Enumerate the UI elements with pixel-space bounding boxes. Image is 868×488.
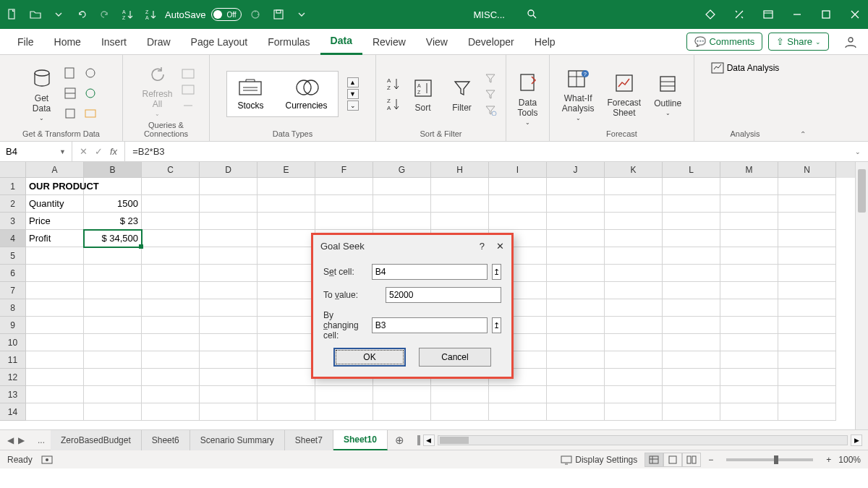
cell[interactable] bbox=[547, 213, 605, 230]
refresh-all-button[interactable]: Refresh All ⌄ bbox=[137, 60, 176, 119]
row-header[interactable]: 7 bbox=[0, 282, 26, 299]
column-header[interactable]: C bbox=[142, 162, 200, 178]
row-header[interactable]: 12 bbox=[0, 369, 26, 386]
cell[interactable] bbox=[200, 403, 258, 421]
cell[interactable] bbox=[547, 334, 605, 351]
cell[interactable] bbox=[258, 351, 315, 369]
new-file-icon[interactable] bbox=[6, 8, 19, 21]
scroll-right-icon[interactable]: ▶ bbox=[851, 435, 862, 446]
cell[interactable] bbox=[720, 230, 778, 247]
autosave-toggle[interactable]: AutoSave Off bbox=[165, 8, 242, 21]
cell[interactable] bbox=[663, 351, 720, 369]
cell[interactable] bbox=[720, 195, 778, 213]
cell[interactable] bbox=[663, 369, 720, 386]
row-header[interactable]: 11 bbox=[0, 351, 26, 369]
data-types-gallery[interactable]: Stocks Currencies bbox=[226, 71, 338, 117]
set-cell-input[interactable] bbox=[372, 264, 488, 280]
cell[interactable] bbox=[663, 247, 720, 265]
cell[interactable] bbox=[142, 213, 200, 230]
cell[interactable] bbox=[720, 369, 778, 386]
cell[interactable] bbox=[720, 282, 778, 299]
cell[interactable] bbox=[489, 386, 547, 403]
tab-draw[interactable]: Draw bbox=[137, 29, 181, 55]
cell[interactable] bbox=[200, 299, 258, 317]
advanced-filter-icon[interactable] bbox=[484, 104, 497, 116]
cell[interactable] bbox=[663, 265, 720, 282]
ribbon-display-icon[interactable] bbox=[761, 7, 775, 22]
sheet-tab[interactable]: Sheet7 bbox=[285, 430, 333, 450]
cell[interactable] bbox=[663, 213, 720, 230]
cell[interactable] bbox=[142, 351, 200, 369]
scroll-up-icon[interactable]: ▲ bbox=[347, 77, 359, 87]
cell[interactable] bbox=[84, 403, 142, 421]
cell[interactable] bbox=[315, 386, 373, 403]
cell[interactable] bbox=[489, 213, 547, 230]
tab-file[interactable]: File bbox=[7, 29, 44, 55]
cell[interactable] bbox=[605, 334, 663, 351]
cell[interactable] bbox=[720, 386, 778, 403]
cell[interactable] bbox=[258, 369, 315, 386]
cell[interactable] bbox=[605, 317, 663, 334]
cell[interactable] bbox=[26, 351, 84, 369]
chevron-down-icon[interactable]: ⌄ bbox=[855, 148, 861, 155]
undo-icon[interactable] bbox=[75, 8, 88, 21]
cell[interactable] bbox=[605, 403, 663, 421]
existing-conn-icon[interactable] bbox=[64, 107, 78, 121]
cell[interactable] bbox=[373, 386, 431, 403]
cell[interactable] bbox=[778, 247, 836, 265]
edit-links-icon[interactable] bbox=[182, 100, 195, 111]
redo-icon[interactable] bbox=[98, 8, 111, 21]
cell[interactable] bbox=[663, 403, 720, 421]
open-file-icon[interactable] bbox=[29, 8, 42, 21]
zoom-slider[interactable] bbox=[726, 458, 813, 461]
cell[interactable]: Quantity bbox=[26, 195, 84, 213]
cell[interactable] bbox=[26, 247, 84, 265]
cell[interactable] bbox=[258, 403, 315, 421]
close-button[interactable] bbox=[848, 7, 862, 22]
cell[interactable] bbox=[547, 386, 605, 403]
cell[interactable] bbox=[720, 299, 778, 317]
sheet-tab[interactable]: Sheet10 bbox=[333, 430, 388, 450]
cell[interactable] bbox=[258, 230, 315, 247]
range-picker-icon[interactable]: ↥ bbox=[492, 317, 501, 333]
forecast-sheet-button[interactable]: Forecast Sheet bbox=[603, 69, 645, 119]
cell[interactable] bbox=[258, 213, 315, 230]
cell[interactable] bbox=[547, 195, 605, 213]
cell[interactable]: Price bbox=[26, 213, 84, 230]
cell[interactable] bbox=[605, 299, 663, 317]
cell[interactable] bbox=[605, 195, 663, 213]
fx-icon[interactable]: fx bbox=[110, 146, 117, 157]
get-data-small-buttons[interactable] bbox=[64, 67, 98, 121]
cell[interactable] bbox=[720, 351, 778, 369]
cell[interactable] bbox=[84, 265, 142, 282]
row-header[interactable]: 8 bbox=[0, 299, 26, 317]
column-header[interactable]: H bbox=[431, 162, 489, 178]
chevron-down-icon[interactable] bbox=[52, 8, 65, 21]
sheet-nav-prev-icon[interactable]: ◀ bbox=[7, 435, 14, 445]
cell[interactable] bbox=[84, 369, 142, 386]
reapply-icon[interactable] bbox=[484, 88, 497, 100]
cell[interactable] bbox=[200, 282, 258, 299]
tab-data[interactable]: Data bbox=[320, 29, 362, 55]
cell[interactable] bbox=[142, 403, 200, 421]
help-button[interactable]: ? bbox=[480, 241, 485, 252]
cell[interactable] bbox=[258, 265, 315, 282]
cell[interactable] bbox=[84, 334, 142, 351]
cell[interactable] bbox=[663, 386, 720, 403]
diamond-icon[interactable] bbox=[703, 7, 718, 22]
cell[interactable] bbox=[142, 299, 200, 317]
column-header[interactable]: B bbox=[84, 162, 142, 178]
cell[interactable] bbox=[778, 334, 836, 351]
cell[interactable] bbox=[200, 369, 258, 386]
cell[interactable] bbox=[547, 178, 605, 195]
page-break-view-button[interactable] bbox=[682, 453, 701, 467]
row-header[interactable]: 1 bbox=[0, 178, 26, 195]
comments-button[interactable]: 💬Comments bbox=[686, 33, 762, 51]
cell[interactable] bbox=[547, 230, 605, 247]
by-changing-input[interactable] bbox=[372, 317, 488, 333]
row-header[interactable]: 4 bbox=[0, 230, 26, 247]
zoom-level[interactable]: 100% bbox=[838, 455, 861, 465]
outline-button[interactable]: Outline ⌄ bbox=[650, 69, 686, 118]
column-header[interactable]: E bbox=[258, 162, 315, 178]
scroll-down-icon[interactable]: ▼ bbox=[347, 89, 359, 99]
